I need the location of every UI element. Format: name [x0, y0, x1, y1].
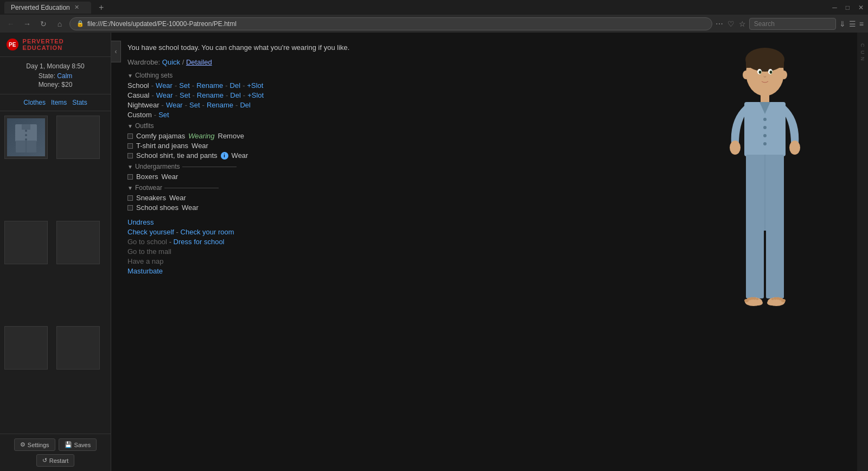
outfit-checkbox-tshirt[interactable]	[127, 143, 133, 149]
outfit-checkbox-pajamas[interactable]	[127, 133, 133, 139]
svg-point-24	[763, 142, 767, 145]
undergarments-header: ▼ Undergarments	[127, 163, 667, 170]
info-icon-school-shirt[interactable]: i	[221, 152, 228, 160]
tshirt-wear-link[interactable]: Wear	[192, 142, 208, 150]
outfit-slot-1[interactable]	[4, 116, 48, 159]
school-rename-link[interactable]: Rename	[196, 81, 223, 90]
gear-icon: ⚙	[20, 441, 25, 448]
outfit-checkbox-school-shoes[interactable]	[127, 205, 133, 211]
edge-text-3: N	[860, 57, 865, 61]
address-bar[interactable]: 🔒 file:///E:/Novels/updated/PE-10000-Pat…	[69, 17, 712, 30]
svg-point-23	[763, 134, 767, 137]
triangle-footwear[interactable]: ▼	[127, 185, 133, 191]
svg-point-3	[25, 134, 27, 136]
restart-button[interactable]: ↺ Restart	[36, 454, 74, 467]
edge-text-2: U	[860, 50, 865, 54]
undress-link[interactable]: Undress	[127, 218, 667, 226]
svg-rect-9	[746, 57, 784, 68]
bookmarks-icon[interactable]: ☰	[849, 20, 856, 28]
go-mall-text: Go to the mall	[127, 247, 667, 256]
download-icon[interactable]: ⇓	[839, 20, 846, 28]
casual-wear-link[interactable]: Wear	[156, 91, 173, 99]
triangle-outfits[interactable]: ▼	[127, 123, 133, 129]
new-tab-button[interactable]: +	[95, 3, 107, 12]
svg-rect-30	[766, 228, 784, 298]
nightwear-del-link[interactable]: Del	[240, 101, 251, 109]
menu-button[interactable]: ≡	[859, 20, 864, 28]
casual-slot-link[interactable]: +Slot	[247, 91, 264, 99]
school-shirt-wear-link[interactable]: Wear	[232, 151, 248, 160]
pajamas-wearing-link[interactable]: Wearing	[188, 132, 214, 140]
intro-text: You have school today. You can change wh…	[127, 43, 667, 52]
minimize-button[interactable]: ─	[832, 4, 837, 11]
nav-items[interactable]: Items	[51, 99, 67, 106]
check-yourself-link[interactable]: Check yourself	[127, 228, 174, 236]
address-text: file:///E:/Novels/updated/PE-10000-Patre…	[87, 20, 705, 28]
boxers-wear-link[interactable]: Wear	[161, 173, 178, 181]
clothing-set-casual: Casual - Wear - Set - Rename - Del - +Sl…	[127, 91, 667, 99]
school-wear-link[interactable]: Wear	[156, 81, 173, 90]
pajamas-remove-link[interactable]: Remove	[218, 132, 244, 140]
restore-button[interactable]: □	[846, 4, 850, 11]
triangle-undergarments[interactable]: ▼	[127, 164, 133, 170]
outfit-slot-5[interactable]	[4, 326, 48, 370]
outfit-slot-2[interactable]	[56, 116, 100, 159]
set-name-custom: Custom	[127, 111, 152, 119]
outfit-sneakers: Sneakers Wear	[127, 194, 667, 202]
browser-titlebar: Perverted Education ✕ + ─ □ ✕	[0, 0, 868, 15]
custom-set-link[interactable]: Set	[158, 111, 169, 119]
saves-button[interactable]: 💾 Saves	[59, 438, 97, 451]
forward-button[interactable]: →	[21, 17, 34, 30]
casual-del-link[interactable]: Del	[230, 91, 241, 99]
masturbate-link[interactable]: Masturbate	[127, 267, 667, 275]
outfit-checkbox-school-shirt[interactable]	[127, 153, 133, 158]
nightwear-wear-link[interactable]: Wear	[166, 101, 183, 109]
nightwear-set-link[interactable]: Set	[189, 101, 200, 109]
extensions-icon[interactable]: ⋯	[716, 20, 723, 28]
casual-set-link[interactable]: Set	[180, 91, 190, 99]
outfit-slot-6[interactable]	[56, 326, 100, 370]
tab-close-button[interactable]: ✕	[74, 4, 79, 11]
character-area	[684, 33, 857, 471]
outfit-name-tshirt: T-shirt and jeans	[136, 142, 188, 150]
outfit-school-shirt: School shirt, tie and pants i Wear	[127, 151, 667, 160]
school-set-link[interactable]: Set	[179, 81, 190, 90]
money-value: $20	[61, 81, 72, 88]
settings-button[interactable]: ⚙ Settings	[14, 438, 55, 451]
money-info: Money: $20	[7, 81, 104, 88]
outfit-slot-4[interactable]	[56, 221, 100, 264]
buttons-row-1: ⚙ Settings 💾 Saves	[4, 438, 106, 451]
set-name-school: School	[127, 81, 149, 90]
wardrobe-quick-link[interactable]: Quick	[162, 58, 180, 66]
browser-tab[interactable]: Perverted Education ✕	[4, 2, 91, 14]
outfit-slot-3[interactable]	[4, 221, 48, 264]
bookmark-icon[interactable]: ♡	[727, 20, 735, 28]
sneakers-wear-link[interactable]: Wear	[169, 194, 186, 202]
triangle-clothing-sets[interactable]: ▼	[127, 73, 133, 79]
school-slot-link[interactable]: +Slot	[247, 81, 263, 90]
nav-clothes[interactable]: Clothes	[23, 99, 46, 106]
check-room-link[interactable]: Check your room	[181, 228, 234, 236]
reload-button[interactable]: ↻	[37, 17, 50, 30]
search-input[interactable]	[749, 18, 836, 30]
outfit-tshirt-jeans: T-shirt and jeans Wear	[127, 142, 667, 150]
clothing-sets-header: ▼ Clothing sets	[127, 72, 667, 79]
sidebar-collapse-button[interactable]: ‹	[111, 41, 121, 62]
school-links-row: Go to school - Dress for school	[127, 238, 667, 246]
star-icon[interactable]: ☆	[739, 20, 746, 28]
outfit-checkbox-sneakers[interactable]	[127, 195, 133, 201]
home-button[interactable]: ⌂	[53, 17, 66, 30]
svg-point-26	[789, 141, 800, 155]
school-del-link[interactable]: Del	[230, 81, 241, 90]
svg-point-15	[770, 71, 772, 73]
close-button[interactable]: ✕	[858, 4, 864, 11]
school-shoes-wear-link[interactable]: Wear	[182, 203, 199, 212]
outfit-checkbox-boxers[interactable]	[127, 174, 133, 180]
back-button[interactable]: ←	[4, 17, 17, 30]
nav-stats[interactable]: Stats	[72, 99, 87, 106]
wardrobe-detailed-link[interactable]: Detailed	[186, 58, 212, 66]
casual-rename-link[interactable]: Rename	[197, 91, 224, 99]
dress-school-link[interactable]: Dress for school	[174, 238, 225, 246]
sidebar-nav: Clothes Items Stats	[0, 94, 111, 111]
nightwear-rename-link[interactable]: Rename	[207, 101, 233, 109]
